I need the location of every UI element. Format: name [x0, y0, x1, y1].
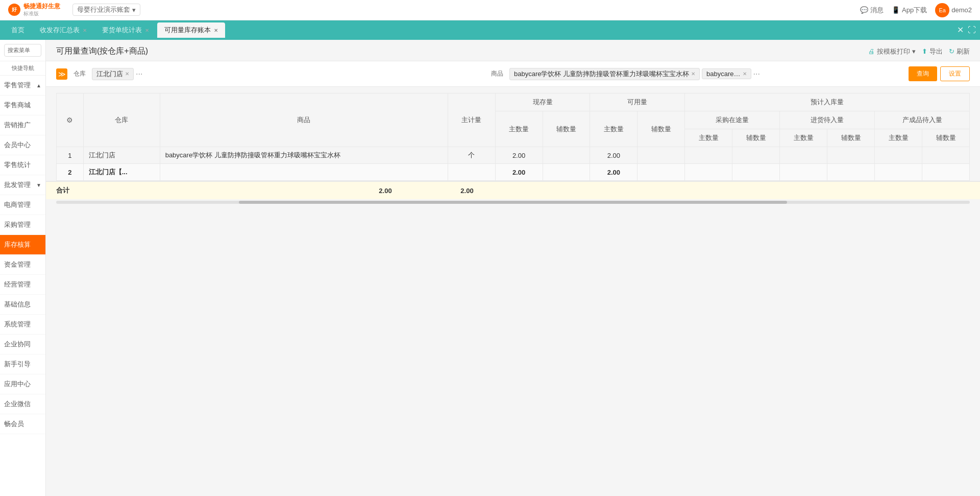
sidebar-item-retail-mall[interactable]: 零售商城	[0, 96, 45, 115]
expand-button[interactable]: ≫	[56, 68, 67, 80]
data-table: ⚙ 仓库 商品 主计量 现存量 可用量 预计入库量 主数量 辅数量 主数量	[56, 93, 970, 181]
table-area: ⚙ 仓库 商品 主计量 现存量 可用量 预计入库量 主数量 辅数量 主数量	[46, 87, 980, 181]
warehouse-tag[interactable]: 江北门店 ✕	[92, 68, 134, 80]
th-warehouse: 仓库	[83, 93, 160, 147]
page-header-actions: 🖨 按模板打印 ▾ ⬆ 导出 ↻ 刷新	[868, 47, 970, 56]
sidebar-item-purchase-mgmt[interactable]: 采购管理	[0, 215, 45, 235]
cell-product: babycare学饮杯 儿童防摔防撞吸管杯重力球吸嘴杯宝宝水杯	[160, 147, 448, 164]
industry-selector-label: 母婴行业演示账套	[77, 5, 130, 14]
tab-receivable-close[interactable]: ✕	[83, 28, 87, 33]
cell-purchase-in-transit-main	[685, 147, 732, 164]
user-avatar-area[interactable]: Ea demo2	[935, 3, 972, 17]
subtotal-available-main-qty: 2.00	[590, 164, 638, 181]
tab-available-close[interactable]: ✕	[214, 28, 218, 33]
sidebar-item-retail-mgmt-label: 零售管理	[4, 81, 31, 90]
sidebar-nav-button[interactable]: 快捷导航	[0, 61, 45, 76]
sidebar-item-inventory-check[interactable]: 库存核算	[0, 235, 45, 255]
app-download-button[interactable]: 📱 App下载	[892, 6, 927, 15]
page-title: 可用量查询(按仓库+商品)	[56, 46, 148, 57]
sidebar-item-enterprise-collab-label: 企业协同	[4, 340, 31, 349]
logo-icon: 好	[8, 4, 20, 16]
tab-requisition-close[interactable]: ✕	[145, 28, 149, 33]
sidebar-item-member-center[interactable]: 会员中心	[0, 135, 45, 155]
sidebar-item-finance-mgmt[interactable]: 资金管理	[0, 255, 45, 275]
subtotal-inbound-pending-aux	[827, 164, 875, 181]
th-settings: ⚙	[57, 93, 84, 147]
sidebar-item-retail-mall-label: 零售商城	[4, 101, 31, 110]
settings-icon[interactable]: ⚙	[66, 116, 73, 124]
product-tag-1[interactable]: babycare学饮杯 儿童防摔防撞吸管杯重力球吸嘴杯宝宝水杯 ✕	[509, 68, 700, 80]
sidebar-item-retail-stats-label: 零售统计	[4, 160, 31, 170]
tab-available-label: 可用量库存账本	[164, 26, 211, 35]
sidebar-search-area: 搜索菜单	[0, 40, 45, 61]
warehouse-tag-area: 江北门店 ✕ ···	[92, 68, 485, 80]
sidebar-item-finance-mgmt-label: 资金管理	[4, 260, 31, 269]
sidebar-item-basic-info-label: 基础信息	[4, 300, 31, 309]
sidebar-item-retail-mgmt[interactable]: 零售管理 ▲	[0, 76, 45, 96]
query-button[interactable]: 查询	[909, 66, 937, 81]
tab-requisition-label: 要货单统计表	[102, 26, 142, 35]
industry-selector[interactable]: 母婴行业演示账套 ▾	[72, 4, 140, 16]
tab-available[interactable]: 可用量库存账本 ✕	[157, 22, 225, 38]
th-purchase-in-transit-main: 主数量	[685, 129, 732, 147]
refresh-button[interactable]: ↻ 刷新	[949, 47, 970, 56]
top-bar-left: 好 畅捷通好生意 标准版 母婴行业演示账套 ▾	[8, 3, 140, 17]
sidebar: 搜索菜单 快捷导航 零售管理 ▲ 零售商城 营销推广 会员中心 零售统计 批发管…	[0, 40, 46, 496]
product-tag-2[interactable]: babycare… ✕	[702, 68, 751, 79]
subtotal-available-aux-qty	[638, 164, 685, 181]
th-available-main-qty: 主数量	[590, 111, 638, 147]
subtotal-seq: 2	[57, 164, 84, 181]
export-button[interactable]: ⬆ 导出	[922, 47, 943, 56]
sidebar-item-new-user-guide[interactable]: 新手引导	[0, 355, 45, 374]
subtotal-product-pending-main	[875, 164, 922, 181]
close-all-button[interactable]: ✕	[957, 26, 964, 34]
table-footer: 合计 2.00 2.00	[46, 181, 980, 199]
sidebar-item-enterprise-wechat[interactable]: 企业微信	[0, 394, 45, 414]
sidebar-item-app-center[interactable]: 应用中心	[0, 374, 45, 394]
sidebar-item-marketing[interactable]: 营销推广	[0, 115, 45, 135]
print-arrow-icon: ▾	[912, 48, 916, 55]
sidebar-item-member-center-label: 会员中心	[4, 140, 31, 150]
message-button[interactable]: 💬 消息	[860, 6, 884, 15]
sidebar-item-ecommerce-mgmt[interactable]: 电商管理	[0, 195, 45, 215]
setting-button[interactable]: 设置	[940, 66, 970, 81]
th-inbound-pending-aux: 辅数量	[827, 129, 875, 147]
subtotal-current-aux-qty	[543, 164, 590, 181]
subtotal-product-pending-aux	[922, 164, 970, 181]
th-product-pending-main: 主数量	[875, 129, 922, 147]
horizontal-scrollbar[interactable]	[56, 201, 970, 204]
product-tag-1-remove[interactable]: ✕	[691, 71, 695, 77]
sidebar-item-enterprise-collab[interactable]: 企业协同	[0, 335, 45, 355]
tab-bar: 首页 收发存汇总表 ✕ 要货单统计表 ✕ 可用量库存账本 ✕ ✕ ⛶	[0, 20, 980, 40]
sidebar-item-wholesale-mgmt[interactable]: 批发管理 ▼	[0, 175, 45, 195]
print-icon: 🖨	[868, 48, 875, 55]
warehouse-tag-remove[interactable]: ✕	[125, 71, 129, 77]
tab-requisition[interactable]: 要货单统计表 ✕	[95, 22, 156, 38]
cell-purchase-in-transit-aux	[732, 147, 780, 164]
product-filter-more[interactable]: ···	[753, 69, 760, 79]
cell-current-aux-qty	[543, 147, 590, 164]
tab-home[interactable]: 首页	[4, 22, 32, 38]
filter-bar: ≫ 仓库 江北门店 ✕ ··· 商品 babycare学饮杯 儿童防摔防撞吸管杯…	[46, 61, 980, 87]
print-button[interactable]: 🖨 按模板打印 ▾	[868, 47, 916, 56]
sidebar-item-basic-info[interactable]: 基础信息	[0, 295, 45, 315]
sidebar-search-button[interactable]: 搜索菜单	[4, 44, 41, 57]
sidebar-item-retail-stats[interactable]: 零售统计	[0, 155, 45, 175]
top-bar-right: 💬 消息 📱 App下载 Ea demo2	[860, 3, 972, 17]
chevron-down-icon: ▾	[132, 6, 136, 14]
product-tag-2-remove[interactable]: ✕	[743, 71, 747, 77]
subtotal-inbound-pending-main	[780, 164, 827, 181]
sidebar-item-operations-mgmt[interactable]: 经营管理	[0, 275, 45, 295]
tab-receivable[interactable]: 收发存汇总表 ✕	[33, 22, 94, 38]
scrollbar-area	[46, 199, 980, 205]
cell-inbound-pending-main	[780, 147, 827, 164]
warehouse-filter-more[interactable]: ···	[136, 69, 142, 79]
th-available-aux-qty: 辅数量	[638, 111, 685, 147]
fullscreen-button[interactable]: ⛶	[968, 26, 976, 34]
app-download-label: App下载	[902, 6, 927, 15]
chevron-icon: ▲	[36, 83, 41, 88]
sidebar-item-system-mgmt[interactable]: 系统管理	[0, 315, 45, 335]
refresh-label: 刷新	[957, 47, 970, 56]
subtotal-purchase-transit-aux	[732, 164, 780, 181]
sidebar-item-vip-member[interactable]: 畅会员	[0, 414, 45, 434]
